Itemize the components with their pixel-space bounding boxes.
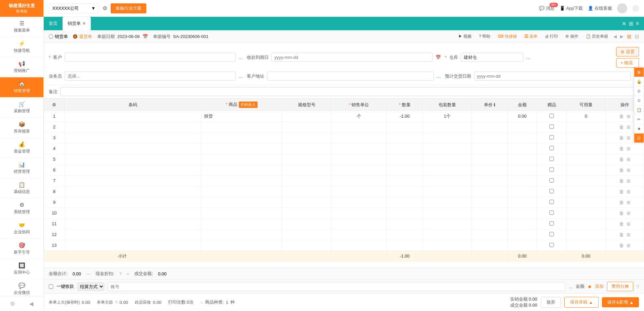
row-unit-price[interactable]	[472, 208, 508, 219]
row-quantity[interactable]	[387, 143, 423, 154]
salesperson-ellipsis-btn[interactable]: ...	[238, 73, 243, 79]
sidebar-item-快捷导航[interactable]: ⚡快捷导航	[0, 37, 43, 57]
close-tab-icon[interactable]: ✕	[82, 21, 86, 26]
copy-row-icon[interactable]: ⊞	[627, 189, 631, 194]
save-draft-button[interactable]: 保存草稿 ▲	[564, 297, 599, 308]
shortcut-btn[interactable]: ⌨ 快捷键	[496, 33, 519, 40]
list-view-btn-icon[interactable]: ⊟	[635, 33, 639, 40]
row-unit-price[interactable]	[472, 186, 508, 197]
row-gift[interactable]	[537, 197, 566, 208]
delete-row-icon[interactable]: 🗑	[619, 178, 624, 184]
row-barcode[interactable]	[65, 122, 201, 132]
row-amount[interactable]	[507, 229, 537, 240]
row-gift[interactable]	[537, 122, 566, 132]
row-product[interactable]	[201, 186, 282, 197]
sidebar-item-企业微信[interactable]: 💬企业微信	[0, 279, 43, 296]
row-quantity[interactable]	[387, 208, 423, 219]
payment-date-calendar-icon[interactable]: 📅	[435, 55, 441, 60]
row-unit-price[interactable]	[472, 229, 508, 240]
row-spec[interactable]	[282, 122, 331, 132]
customer-input[interactable]	[65, 53, 236, 62]
row-pack-qty[interactable]	[423, 219, 472, 229]
delete-row-icon[interactable]: 🗑	[619, 167, 624, 173]
settlement-select[interactable]: 结算方式	[77, 282, 104, 291]
remarks-input[interactable]	[60, 87, 639, 96]
row-barcode[interactable]	[65, 186, 201, 197]
row-unit-price[interactable]	[472, 165, 508, 176]
delete-row-icon[interactable]: 🗑	[619, 114, 624, 119]
row-spec[interactable]	[282, 143, 331, 154]
copy-row-icon[interactable]: ⊞	[627, 178, 631, 184]
grid-view-icon[interactable]: ⊞	[629, 21, 633, 27]
row-product[interactable]	[201, 197, 282, 208]
float-btn-7[interactable]: ★	[634, 124, 644, 133]
history-btn[interactable]: 📋 历史单据	[584, 33, 610, 40]
sidebar-item-采购管理[interactable]: 🛒采购管理	[0, 98, 43, 118]
float-btn-6[interactable]: ✏	[634, 115, 644, 124]
fee-help-icon[interactable]: ?	[637, 284, 639, 289]
row-product[interactable]	[201, 219, 282, 229]
row-amount[interactable]	[507, 165, 537, 176]
close-window-icon[interactable]: ✕	[622, 21, 626, 27]
float-btn-3[interactable]: ⊙	[634, 86, 644, 96]
row-pack-qty[interactable]	[423, 165, 472, 176]
copy-row-icon[interactable]: ⊞	[627, 221, 631, 227]
row-gift[interactable]	[537, 111, 566, 122]
row-gift[interactable]	[537, 154, 566, 165]
sidebar-item-销售管理[interactable]: 🏠销售管理	[0, 77, 43, 98]
row-gift[interactable]	[537, 186, 566, 197]
add-label[interactable]: 添加	[595, 283, 604, 289]
product-type-icon[interactable]: ○	[200, 300, 203, 305]
row-unit[interactable]	[331, 240, 387, 251]
row-quantity[interactable]	[387, 154, 423, 165]
row-spec[interactable]	[282, 229, 331, 240]
row-quantity[interactable]	[387, 219, 423, 229]
row-barcode[interactable]	[65, 143, 201, 154]
row-gift[interactable]	[537, 143, 566, 154]
row-unit[interactable]	[331, 186, 387, 197]
row-unit[interactable]	[331, 176, 387, 186]
row-unit[interactable]	[331, 208, 387, 219]
sidebar-item-库存核算[interactable]: 📦库存核算	[0, 118, 43, 138]
row-product[interactable]	[201, 208, 282, 219]
copy-row-icon[interactable]: ⊞	[627, 210, 631, 216]
row-gift[interactable]	[537, 132, 566, 143]
sidebar-item-资金管理[interactable]: 💰资金管理	[0, 138, 43, 158]
copy-row-icon[interactable]: ⊞	[627, 124, 631, 130]
copy-row-icon[interactable]: ⊞	[627, 157, 631, 162]
row-amount[interactable]	[507, 208, 537, 219]
video-btn[interactable]: ▶ 视频	[456, 33, 473, 40]
delete-row-icon[interactable]: 🗑	[619, 146, 624, 151]
row-amount[interactable]	[507, 240, 537, 251]
row-barcode[interactable]	[65, 240, 201, 251]
row-quantity[interactable]	[387, 122, 423, 132]
row-barcode[interactable]	[65, 176, 201, 186]
sidebar-settings-icon[interactable]: ⚙	[10, 301, 15, 307]
row-amount[interactable]	[507, 132, 537, 143]
company-selector[interactable]: XXXXXX公司 ▼	[49, 3, 99, 13]
row-unit-price[interactable]	[472, 219, 508, 229]
row-pack-qty[interactable]	[423, 143, 472, 154]
row-spec[interactable]	[282, 176, 331, 186]
row-unit-price[interactable]	[472, 240, 508, 251]
row-spec[interactable]	[282, 186, 331, 197]
copy-row-icon[interactable]: ⊞	[627, 114, 631, 119]
row-spec[interactable]	[282, 219, 331, 229]
row-barcode[interactable]	[65, 111, 201, 122]
row-gift[interactable]	[537, 219, 566, 229]
sidebar-item-应用中心[interactable]: 🔲应用中心	[0, 259, 43, 279]
row-amount[interactable]	[507, 154, 537, 165]
row-pack-qty[interactable]	[423, 229, 472, 240]
float-btn-1[interactable]: ⊞	[634, 68, 644, 77]
row-unit-price[interactable]	[472, 154, 508, 165]
row-pack-qty[interactable]	[423, 176, 472, 186]
row-spec[interactable]	[282, 165, 331, 176]
row-quantity[interactable]	[387, 229, 423, 240]
row-quantity[interactable]	[387, 165, 423, 176]
scan-btn[interactable]: 扫码录入	[239, 102, 258, 108]
fee-split-btn[interactable]: 费用分摊	[607, 282, 633, 291]
copy-row-icon[interactable]: ⊞	[627, 146, 631, 151]
sidebar-item-新手引导[interactable]: 🎯新手引导	[0, 239, 43, 259]
delete-row-icon[interactable]: 🗑	[619, 135, 624, 141]
one-click-checkbox[interactable]	[49, 284, 53, 289]
